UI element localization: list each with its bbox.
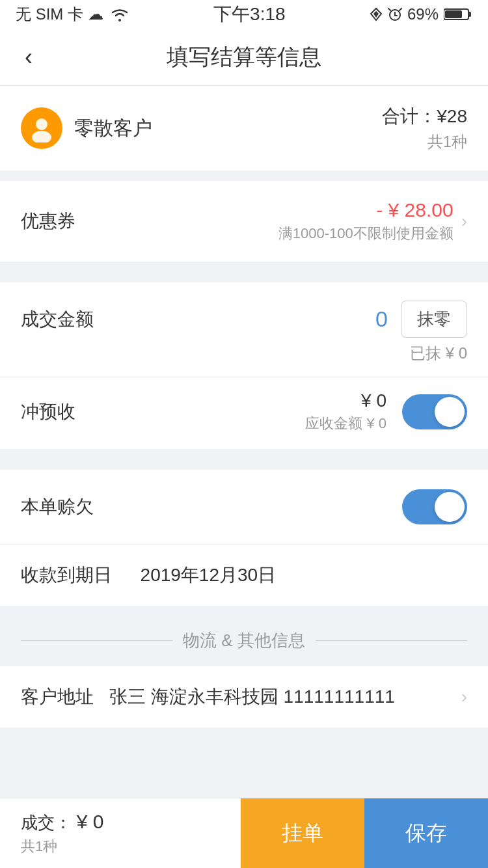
bottom-bar: 成交： ¥ 0 共1种 挂单 保存 <box>0 798 488 868</box>
customer-section: 零散客户 合计：¥28 共1种 <box>0 86 488 170</box>
svg-point-4 <box>36 118 47 130</box>
status-left: 无 SIM 卡 ☁ <box>16 4 129 25</box>
bottom-deal-amount: ¥ 0 <box>77 811 104 832</box>
status-time: 下午3:18 <box>213 2 286 27</box>
coupon-desc: 满1000-100不限制使用金额 <box>278 224 454 243</box>
customer-name: 零散客户 <box>74 115 152 142</box>
round-button[interactable]: 抹零 <box>401 301 467 338</box>
bottom-deal-label: 成交： <box>21 813 72 832</box>
coupon-section[interactable]: 优惠券 - ¥ 28.00 满1000-100不限制使用金额 › <box>0 181 488 262</box>
nav-bar: ‹ 填写结算等信息 <box>0 29 488 86</box>
location-icon <box>370 7 383 21</box>
chevron-right-icon: › <box>461 211 467 232</box>
status-bar: 无 SIM 卡 ☁ 下午3:18 69% <box>0 0 488 29</box>
debt-section: 本单赊欠 收款到期日 2019年12月30日 <box>0 470 488 606</box>
bottom-left: 成交： ¥ 0 共1种 <box>0 811 241 856</box>
bottom-deal-row: 成交： ¥ 0 <box>21 811 220 834</box>
customer-right: 合计：¥28 共1种 <box>382 104 467 152</box>
transaction-row: 成交金额 0 抹零 <box>0 282 488 343</box>
toggle-knob <box>435 397 465 427</box>
total-amount: 合计：¥28 <box>382 104 467 129</box>
already-rounded: 已抹 ¥ 0 <box>0 343 488 377</box>
avatar <box>21 107 62 149</box>
coupon-value-area: - ¥ 28.00 满1000-100不限制使用金额 <box>278 199 454 243</box>
content-area: 零散客户 合计：¥28 共1种 优惠券 - ¥ 28.00 满1000-100不… <box>0 86 488 806</box>
transaction-right: 0 抹零 <box>375 301 467 338</box>
debt-toggle[interactable] <box>402 489 467 524</box>
coupon-amount: - ¥ 28.00 <box>278 199 454 221</box>
debt-toggle-knob <box>435 492 465 522</box>
logistics-divider: 物流 & 其他信息 <box>21 629 467 652</box>
prepay-label: 冲预收 <box>21 400 75 424</box>
due-date-spacer <box>117 565 135 585</box>
due-date-row: 收款到期日 2019年12月30日 <box>0 544 488 606</box>
coupon-right: - ¥ 28.00 满1000-100不限制使用金额 › <box>278 199 467 243</box>
bottom-count: 共1种 <box>21 837 220 856</box>
prepay-toggle[interactable] <box>402 394 467 429</box>
customer-left: 零散客户 <box>21 107 152 149</box>
due-date-label: 收款到期日 <box>21 565 112 585</box>
hold-button[interactable]: 挂单 <box>241 798 364 869</box>
logistics-section: 物流 & 其他信息 <box>0 616 488 665</box>
prepay-right: ¥ 0 应收金额 ¥ 0 <box>305 390 467 433</box>
address-value: 张三 海淀永丰科技园 11111111111 <box>109 685 459 709</box>
back-button[interactable]: ‹ <box>18 37 39 77</box>
svg-point-5 <box>32 131 51 142</box>
coupon-label: 优惠券 <box>21 209 75 234</box>
transaction-value[interactable]: 0 <box>375 306 388 332</box>
page-title: 填写结算等信息 <box>167 42 321 72</box>
prepay-row: 冲预收 ¥ 0 应收金额 ¥ 0 <box>0 377 488 449</box>
wifi-icon <box>110 7 129 21</box>
debt-row: 本单赊欠 <box>0 470 488 544</box>
section-divider-2 <box>0 459 488 470</box>
total-count: 共1种 <box>382 131 467 152</box>
address-label: 客户地址 <box>21 685 94 709</box>
alarm-icon <box>388 7 402 21</box>
sim-label: 无 SIM 卡 ☁ <box>16 4 103 25</box>
battery-label: 69% <box>407 5 439 23</box>
due-date-text: 收款到期日 2019年12月30日 <box>21 565 276 585</box>
address-chevron-icon: › <box>461 686 467 707</box>
section-divider-1 <box>0 272 488 282</box>
debt-label: 本单赊欠 <box>21 495 94 519</box>
save-button[interactable]: 保存 <box>364 798 488 869</box>
svg-rect-2 <box>468 12 471 17</box>
due-date-value[interactable]: 2019年12月30日 <box>141 565 277 585</box>
prepay-amount: ¥ 0 <box>305 390 386 411</box>
avatar-icon <box>27 114 56 142</box>
status-right: 69% <box>370 5 472 23</box>
battery-icon <box>444 7 472 21</box>
logistics-label: 物流 & 其他信息 <box>183 629 305 652</box>
transaction-prepay-section: 成交金额 0 抹零 已抹 ¥ 0 冲预收 ¥ 0 应收金额 ¥ 0 <box>0 282 488 449</box>
transaction-label: 成交金额 <box>21 307 94 332</box>
address-row[interactable]: 客户地址 张三 海淀永丰科技园 11111111111 › <box>0 666 488 727</box>
svg-rect-3 <box>445 10 462 18</box>
prepay-receivable: 应收金额 ¥ 0 <box>305 414 386 433</box>
prepay-amount-area: ¥ 0 应收金额 ¥ 0 <box>305 390 386 433</box>
